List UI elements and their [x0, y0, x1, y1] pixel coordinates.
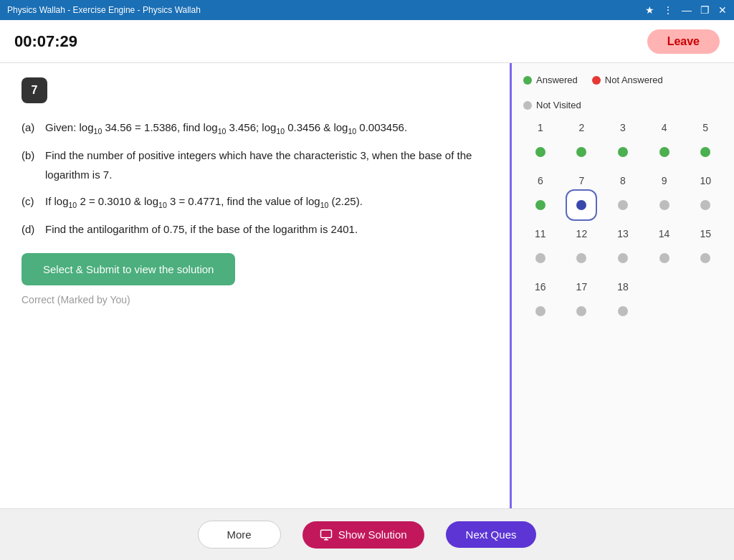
- question-num-8: 8: [620, 175, 626, 186]
- question-status-dot-18: [618, 306, 628, 316]
- part-b-label: (b): [22, 146, 39, 165]
- question-item-1: 1: [523, 122, 558, 168]
- part-a: (a) Given: log10 34.56 = 1.5386, find lo…: [22, 118, 488, 138]
- legend-not-answered: Not Answered: [592, 75, 663, 85]
- question-status-dot-5: [700, 147, 710, 157]
- question-button-14[interactable]: [649, 242, 680, 274]
- question-status-dot-4: [659, 147, 669, 157]
- question-button-6[interactable]: [525, 189, 556, 221]
- close-icon[interactable]: ✕: [718, 4, 727, 16]
- timer: 00:07:29: [14, 32, 77, 51]
- legend-not-visited: Not Visited: [523, 100, 581, 110]
- part-d: (d) Find the antilogarithm of 0.75, if t…: [22, 219, 488, 239]
- menu-icon[interactable]: ⋮: [663, 4, 673, 16]
- question-button-3[interactable]: [607, 136, 639, 168]
- question-item-5: 5: [688, 122, 723, 168]
- show-solution-label: Show Solution: [338, 528, 407, 541]
- more-button[interactable]: More: [198, 521, 281, 549]
- question-button-5[interactable]: [690, 136, 721, 168]
- not-visited-dot-icon: [523, 101, 532, 110]
- question-button-13[interactable]: [607, 242, 639, 274]
- question-content: (a) Given: log10 34.56 = 1.5386, find lo…: [22, 118, 488, 239]
- answered-dot-icon: [523, 76, 532, 85]
- part-a-text: Given: log10 34.56 = 1.5386, find log10 …: [45, 118, 407, 138]
- question-navigator-panel: Answered Not Answered Not Visited 123456…: [512, 63, 734, 508]
- question-button-16[interactable]: [525, 295, 556, 327]
- question-num-10: 10: [700, 175, 711, 186]
- question-panel: 7 (a) Given: log10 34.56 = 1.5386, find …: [0, 63, 512, 508]
- leave-button[interactable]: Leave: [647, 29, 720, 54]
- question-status-dot-1: [535, 147, 545, 157]
- question-num-17: 17: [576, 281, 588, 293]
- question-button-4[interactable]: [649, 136, 680, 168]
- part-b-text: Find the number of positive integers whi…: [45, 146, 488, 184]
- not-answered-label: Not Answered: [605, 75, 663, 85]
- question-num-5: 5: [702, 122, 708, 133]
- question-item-2: 2: [565, 122, 599, 168]
- header: 00:07:29 Leave: [0, 20, 734, 63]
- question-item-8: 8: [606, 175, 640, 221]
- question-button-11[interactable]: [525, 242, 556, 274]
- question-item-11: 11: [523, 228, 558, 274]
- question-button-9[interactable]: [649, 189, 680, 221]
- monitor-icon: [320, 528, 333, 541]
- question-num-11: 11: [535, 228, 546, 239]
- question-status-dot-6: [535, 200, 545, 210]
- svg-rect-0: [320, 530, 331, 538]
- question-item-13: 13: [606, 228, 640, 274]
- question-num-12: 12: [576, 228, 588, 239]
- part-d-label: (d): [22, 219, 39, 239]
- part-c: (c) If log10 2 = 0.3010 & log10 3 = 0.47…: [22, 191, 488, 212]
- part-c-label: (c): [22, 191, 39, 211]
- question-item-9: 9: [647, 175, 682, 221]
- restore-icon[interactable]: ❐: [700, 4, 710, 16]
- title-bar-controls: ★ ⋮ — ❐ ✕: [645, 4, 727, 16]
- question-status-dot-7: [576, 200, 586, 210]
- question-status-dot-10: [700, 200, 710, 210]
- question-button-18[interactable]: [607, 295, 639, 327]
- question-status-dot-3: [618, 147, 628, 157]
- question-num-15: 15: [700, 228, 711, 239]
- question-button-15[interactable]: [690, 242, 721, 274]
- question-button-17[interactable]: [566, 295, 597, 327]
- question-item-17: 17: [565, 281, 599, 327]
- question-button-1[interactable]: [525, 136, 556, 168]
- question-button-12[interactable]: [566, 242, 597, 274]
- question-num-13: 13: [617, 228, 629, 239]
- not-answered-dot-icon: [592, 76, 601, 85]
- question-item-3: 3: [606, 122, 640, 168]
- question-num-9: 9: [662, 175, 667, 186]
- next-question-button[interactable]: Next Ques: [446, 521, 537, 548]
- show-solution-button[interactable]: Show Solution: [302, 521, 424, 549]
- question-status-dot-9: [659, 200, 669, 210]
- question-num-1: 1: [538, 122, 543, 133]
- part-d-text: Find the antilogarithm of 0.75, if the b…: [45, 219, 358, 239]
- question-button-8[interactable]: [607, 189, 639, 221]
- question-status-dot-16: [535, 306, 545, 316]
- legend-answered: Answered: [523, 75, 578, 85]
- question-item-4: 4: [647, 122, 682, 168]
- question-status-dot-15: [700, 253, 710, 263]
- question-button-10[interactable]: [690, 189, 721, 221]
- main-content: 7 (a) Given: log10 34.56 = 1.5386, find …: [0, 63, 734, 508]
- pin-icon[interactable]: ★: [645, 4, 654, 16]
- part-b: (b) Find the number of positive integers…: [22, 146, 488, 184]
- question-status-dot-8: [618, 200, 628, 210]
- question-item-7: 7: [565, 175, 599, 221]
- question-status-dot-17: [576, 306, 586, 316]
- question-num-14: 14: [659, 228, 670, 239]
- minimize-icon[interactable]: —: [682, 4, 692, 16]
- question-button-7[interactable]: [566, 189, 597, 221]
- question-status-dot-2: [576, 147, 586, 157]
- title-bar: Physics Wallah - Exercise Engine - Physi…: [0, 0, 734, 20]
- question-button-2[interactable]: [566, 136, 597, 168]
- question-item-16: 16: [523, 281, 558, 327]
- submit-solution-button[interactable]: Select & Submit to view the solution: [22, 253, 235, 285]
- question-number: 7: [22, 77, 47, 103]
- question-item-6: 6: [523, 175, 558, 221]
- question-num-4: 4: [662, 122, 667, 133]
- question-num-2: 2: [578, 122, 584, 133]
- legend: Answered Not Answered Not Visited: [523, 75, 723, 110]
- correct-label: Correct (Marked by You): [22, 294, 488, 305]
- not-visited-label: Not Visited: [536, 100, 581, 110]
